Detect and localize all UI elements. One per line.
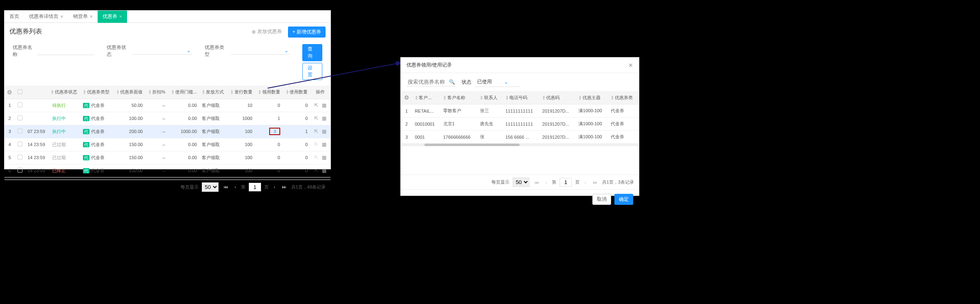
qrcode-icon[interactable]: ▦ [322, 168, 326, 173]
status-badge: 执行中 [51, 129, 67, 134]
share-icon: ⇱ [314, 142, 318, 147]
row-checkbox[interactable] [18, 129, 22, 133]
status-badge: 待执行 [51, 102, 67, 108]
qrcode-icon[interactable]: ▦ [322, 115, 326, 121]
table-row[interactable]: 6 14 23:59 已终止 代代金券 150.00 -- 0.00 客户领取 … [4, 164, 330, 177]
modal-pager: 每页显示 50 ⏮ ‹ 第 页 › ⏭ 共1页，3条记录 [401, 175, 639, 189]
prev-page-icon[interactable]: ‹ [233, 184, 238, 189]
table-row[interactable]: 2 执行中 代代金券 100.00 -- 0.00 客户领取 1000 1 0 … [4, 112, 330, 125]
modal-status-label: 状态 [462, 79, 471, 86]
modal-status-select[interactable]: 已使用 ⌄ [475, 77, 520, 87]
distribute-coupon-button[interactable]: ⊕ 发放优惠券 [247, 26, 286, 37]
last-page-icon[interactable]: ⏭ [280, 184, 288, 189]
filter-name-label: 优惠券名称 [13, 44, 35, 58]
add-coupon-button[interactable]: + 新增优惠券 [288, 27, 326, 38]
gear-icon[interactable]: ⚙ [404, 94, 409, 101]
status-badge: 已终止 [51, 168, 67, 173]
page-number-input[interactable] [560, 178, 572, 186]
qrcode-icon[interactable]: ▦ [322, 129, 326, 134]
title-bar: 优惠券列表 ⊕ 发放优惠券 + 新增优惠券 [4, 23, 330, 41]
voucher-type-icon: 代 [83, 142, 89, 147]
pager-summary: 共1页，3条记录 [602, 179, 634, 185]
voucher-type-icon: 代 [83, 168, 89, 173]
modal-title: 优惠券领用/使用记录 [406, 62, 452, 69]
tab-优惠券详情页[interactable]: 优惠券详情页✕ [24, 11, 68, 23]
share-icon[interactable]: ⇱ [314, 129, 318, 134]
status-badge: 已过期 [51, 155, 67, 160]
table-row[interactable]: 1 待执行 代代金券 50.00 -- 0.00 客户领取 10 0 0 ⇱ ▦ [4, 99, 330, 112]
tab-首页[interactable]: 首页 [4, 11, 24, 23]
status-badge: 执行中 [51, 115, 67, 121]
voucher-type-icon: 代 [83, 129, 89, 134]
chevron-down-icon: ⌄ [187, 48, 191, 53]
table-row[interactable]: 1 RETAIL...零散客户张三 1111111111120191207D..… [401, 104, 639, 118]
coupon-search-input[interactable] [406, 78, 455, 87]
page-size-select[interactable]: 50 [202, 182, 219, 192]
close-icon[interactable]: ✕ [60, 14, 63, 19]
coupon-list-panel: 首页优惠券详情页✕销货单✕优惠券✕ 优惠券列表 ⊕ 发放优惠券 + 新增优惠券 … [4, 10, 331, 169]
table-row[interactable]: 2 00010001北京1唐先生 1111111111120191207D...… [401, 118, 639, 131]
table-row[interactable]: 5 14 23:59 已过期 代代金券 150.00 -- 0.00 客户领取 … [4, 151, 330, 164]
share-icon[interactable]: ⇱ [314, 102, 318, 108]
usage-record-modal: 优惠券领用/使用记录 ✕ 🔍 状态 已使用 ⌄ ⚙ ▲▼客户... ▲▼客户名称… [400, 57, 639, 196]
row-checkbox[interactable] [18, 102, 22, 107]
row-checkbox[interactable] [18, 155, 22, 160]
next-page-icon[interactable]: › [272, 184, 277, 189]
select-all-checkbox[interactable] [18, 89, 22, 94]
tab-销货单[interactable]: 销货单✕ [68, 11, 98, 23]
qrcode-icon[interactable]: ▦ [322, 155, 326, 160]
coupon-table: ⚙ ▲▼优惠券状态 ▲▼优惠券类型 ▲▼优惠券面值 ▲▼折扣% ▲▼使用门槛..… [4, 86, 330, 180]
page-title: 优惠券列表 [9, 27, 42, 36]
filter-bar: 优惠券名称 优惠券状态 ⌄ 优惠券类型 ⌄ 查询 设置 [4, 41, 330, 86]
close-icon[interactable]: ✕ [89, 14, 93, 19]
coupon-table-wrap: ⚙ ▲▼优惠券状态 ▲▼优惠券类型 ▲▼优惠券面值 ▲▼折扣% ▲▼使用门槛..… [4, 86, 330, 180]
page-size-select[interactable]: 50 [513, 178, 529, 187]
share-icon: ⇱ [314, 155, 318, 160]
pager-summary: 共1页，49条记录 [291, 184, 326, 190]
confirm-button[interactable]: 确定 [614, 194, 633, 205]
filter-type-label: 优惠券类型 [205, 44, 228, 58]
voucher-type-icon: 代 [83, 155, 89, 160]
tab-bar: 首页优惠券详情页✕销货单✕优惠券✕ [4, 11, 330, 23]
share-icon[interactable]: ⇱ [314, 115, 318, 121]
query-button[interactable]: 查询 [302, 44, 322, 61]
table-row[interactable]: 3 07 23:59 执行中 代代金券 200.00 -- 1000.00 客户… [4, 125, 330, 138]
filter-name-input[interactable] [37, 47, 94, 55]
filter-status-label: 优惠券状态 [107, 44, 130, 58]
last-page-icon[interactable]: ⏭ [591, 180, 599, 185]
voucher-type-icon: 代 [83, 103, 89, 108]
gear-icon[interactable]: ⚙ [7, 89, 12, 95]
first-page-icon[interactable]: ⏮ [533, 180, 540, 185]
claim-count-link[interactable]: 3 [269, 128, 280, 135]
settings-button[interactable]: 设置 [302, 63, 322, 80]
qrcode-icon[interactable]: ▦ [322, 142, 326, 147]
table-row[interactable]: 3 000117666666666张 156 6666 ...20191207D… [401, 131, 639, 144]
filter-type-select[interactable]: ⌄ [231, 47, 290, 55]
first-page-icon[interactable]: ⏮ [222, 184, 230, 189]
filter-status-select[interactable]: ⌄ [133, 47, 192, 55]
chevron-down-icon: ⌄ [504, 79, 508, 85]
tab-优惠券[interactable]: 优惠券✕ [98, 11, 127, 23]
prev-page-icon[interactable]: ‹ [544, 180, 549, 185]
usage-record-table: ⚙ ▲▼客户... ▲▼客户名称 ▲▼联系人 ▲▼电话号码 ▲▼优惠码 ▲▼优惠… [401, 91, 639, 144]
table-row[interactable]: 4 14 23:59 已过期 代代金券 150.00 -- 0.00 客户领取 … [4, 138, 330, 151]
share-icon: ⇱ [314, 168, 318, 173]
horizontal-scrollbar[interactable] [401, 144, 639, 146]
close-icon[interactable]: ✕ [119, 14, 122, 19]
qrcode-icon[interactable]: ▦ [322, 102, 326, 108]
pager: 每页显示 50 ⏮ ‹ 第 页 › ⏭ 共1页，49条记录 [4, 180, 330, 194]
status-badge: 已过期 [51, 142, 67, 147]
page-number-input[interactable] [249, 183, 261, 191]
voucher-type-icon: 代 [83, 116, 89, 121]
row-checkbox[interactable] [18, 168, 22, 173]
cancel-button[interactable]: 取消 [592, 194, 611, 205]
next-page-icon[interactable]: › [583, 180, 588, 185]
row-checkbox[interactable] [18, 142, 22, 146]
close-icon[interactable]: ✕ [628, 62, 633, 69]
search-icon[interactable]: 🔍 [449, 79, 455, 85]
chevron-down-icon: ⌄ [284, 48, 288, 53]
row-checkbox[interactable] [18, 115, 22, 120]
